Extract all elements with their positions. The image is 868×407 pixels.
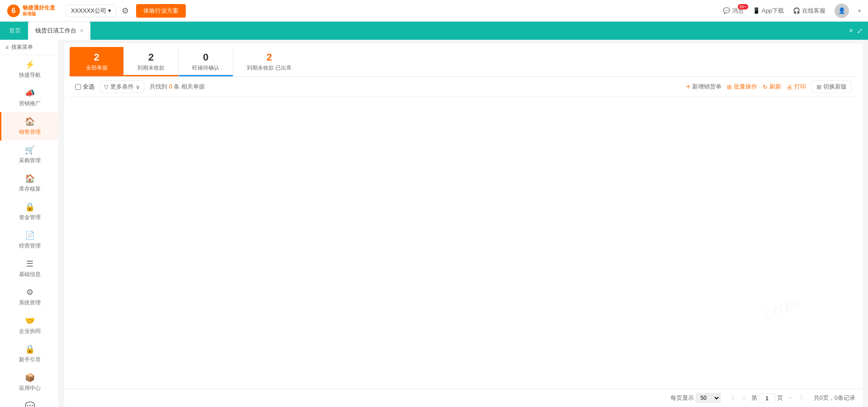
filter-button[interactable]: ▽ 更多条件 ∨ bbox=[100, 80, 144, 93]
stat-label-overdue: 到期未收款 bbox=[137, 64, 165, 72]
sales-icon: 🏠 bbox=[25, 117, 35, 126]
sidebar-label-operations: 经营管理 bbox=[19, 242, 41, 250]
select-all-input[interactable] bbox=[75, 84, 81, 90]
search-menu-icon: ≡ bbox=[5, 44, 9, 51]
system-icon: ⚙ bbox=[26, 287, 33, 297]
tab-active[interactable]: 钱货日清工作台 × bbox=[28, 22, 90, 40]
stat-tab-pending[interactable]: 0 旺辅待确认 bbox=[179, 47, 233, 76]
sidebar-item-basics[interactable]: ☰ 基础信息 bbox=[0, 254, 58, 283]
logo-icon: 6 bbox=[7, 5, 20, 17]
cooperation-icon: 🤝 bbox=[25, 316, 35, 326]
sidebar-item-quick-nav[interactable]: ⚡ 快捷导航 bbox=[0, 55, 58, 84]
user-avatar[interactable]: 👤 bbox=[835, 4, 849, 18]
inventory-icon: 🏠 bbox=[25, 173, 35, 183]
refresh-icon: ↻ bbox=[763, 84, 768, 90]
sidebar-label-finance: 资金管理 bbox=[19, 214, 41, 221]
message-button[interactable]: 💬 消息 99+ bbox=[723, 7, 744, 15]
download-icon: 📱 bbox=[753, 7, 760, 14]
new-plus-icon: + bbox=[686, 83, 690, 91]
print-button[interactable]: 🖨 打印 bbox=[787, 83, 806, 91]
page-size-selector[interactable]: 每页显示 50 20 100 bbox=[670, 393, 721, 403]
sidebar-item-sales[interactable]: 🏠 销售管理 bbox=[0, 112, 58, 140]
filter-label: 更多条件 bbox=[110, 83, 134, 91]
toolbar-left: 全选 ▽ 更多条件 ∨ 共找到 0 条 相关单据 bbox=[75, 80, 681, 93]
user-info[interactable]: ▾ bbox=[858, 8, 861, 14]
online-service-button[interactable]: 🎧 在线客服 bbox=[793, 7, 826, 15]
user-name: ▾ bbox=[858, 8, 861, 14]
print-label: 打印 bbox=[794, 83, 806, 91]
new-btn-label: 新增销货单 bbox=[692, 83, 722, 91]
settings-button[interactable]: ⚙ bbox=[122, 6, 129, 16]
stats-tabs: 2 全部单据 2 到期未收款 0 旺辅待确认 2 到期未收款 已出库 bbox=[70, 47, 857, 77]
sidebar-label-basics: 基础信息 bbox=[19, 271, 41, 278]
sidebar-item-system[interactable]: ⚙ 系统管理 bbox=[0, 283, 58, 311]
sidebar-search[interactable]: ≡ 搜索菜单 bbox=[0, 40, 58, 55]
sidebar-item-guide[interactable]: 🔒 新手引导 bbox=[0, 340, 58, 368]
tab-bar-actions: × ⤢ bbox=[849, 27, 868, 35]
per-page-select[interactable]: 50 20 100 bbox=[696, 393, 721, 403]
layout: ≡ 搜索菜单 ⚡ 快捷导航 📣 营销推广 🏠 销售管理 🛒 采购管理 🏠 库存核… bbox=[0, 40, 868, 407]
per-page-label: 每页显示 bbox=[670, 394, 694, 402]
stat-num-overdue: 2 bbox=[148, 51, 154, 63]
header-right: 💬 消息 99+ 📱 App下载 🎧 在线客服 👤 ▾ bbox=[723, 4, 861, 18]
new-sales-order-button[interactable]: + 新增销货单 bbox=[686, 83, 722, 91]
basics-icon: ☰ bbox=[26, 259, 33, 269]
stat-label-all: 全部单据 bbox=[86, 64, 108, 72]
page-first-button[interactable]: 《 bbox=[726, 393, 737, 403]
company-chevron-icon: ▾ bbox=[108, 7, 111, 14]
sidebar-item-finance[interactable]: 🔒 资金管理 bbox=[0, 197, 58, 226]
logo-line1: 畅捷通好生意 bbox=[23, 5, 55, 11]
sidebar-item-purchase[interactable]: 🛒 采购管理 bbox=[0, 140, 58, 169]
switch-icon: ⊞ bbox=[816, 84, 821, 90]
result-info: 共找到 0 条 相关单据 bbox=[150, 83, 205, 91]
sidebar-item-app-center[interactable]: 📦 应用中心 bbox=[0, 368, 58, 397]
batch-operation-button[interactable]: ⊞ 批量操作 bbox=[727, 83, 757, 91]
tab-close-icon[interactable]: × bbox=[80, 28, 83, 34]
stat-num-shipped: 2 bbox=[267, 51, 272, 63]
window-expand-button[interactable]: ⤢ bbox=[857, 27, 863, 35]
stat-label-shipped: 到期未收款 已出库 bbox=[247, 64, 292, 72]
online-service-label: 在线客服 bbox=[802, 7, 826, 15]
trial-button[interactable]: 体验行业方案 bbox=[136, 4, 186, 18]
sidebar-item-weixin[interactable]: 💬 企业微信 bbox=[0, 397, 58, 407]
sidebar-item-operations[interactable]: 📄 经营管理 bbox=[0, 226, 58, 254]
sidebar-label-marketing: 营销推广 bbox=[19, 100, 41, 108]
refresh-label: 刷新 bbox=[769, 83, 781, 91]
sidebar: ≡ 搜索菜单 ⚡ 快捷导航 📣 营销推广 🏠 销售管理 🛒 采购管理 🏠 库存核… bbox=[0, 40, 59, 407]
main-content: 2 全部单据 2 到期未收款 0 旺辅待确认 2 到期未收款 已出库 bbox=[59, 40, 868, 407]
page-last-button[interactable]: 》 bbox=[797, 393, 808, 403]
app-download-button[interactable]: 📱 App下载 bbox=[753, 7, 784, 15]
sidebar-label-quick-nav: 快捷导航 bbox=[19, 71, 41, 79]
sidebar-label-system: 系统管理 bbox=[19, 299, 41, 307]
app-center-icon: 📦 bbox=[25, 373, 35, 383]
sidebar-item-marketing[interactable]: 📣 营销推广 bbox=[0, 84, 58, 112]
app-download-label: App下载 bbox=[762, 7, 784, 15]
page-number-input[interactable] bbox=[759, 393, 775, 403]
company-selector[interactable]: XXXXXX公司 ▾ bbox=[66, 5, 116, 17]
sidebar-item-inventory[interactable]: 🏠 库存核算 bbox=[0, 169, 58, 197]
table-area bbox=[64, 97, 863, 388]
stats-toolbar-wrapper: 2 全部单据 2 到期未收款 0 旺辅待确认 2 到期未收款 已出库 bbox=[64, 43, 863, 97]
filter-chevron-icon: ∨ bbox=[136, 84, 140, 90]
result-unit: 条 bbox=[174, 83, 179, 90]
page-prev-button[interactable]: ＜ bbox=[739, 393, 750, 403]
stat-tab-shipped[interactable]: 2 到期未收款 已出库 bbox=[233, 47, 305, 76]
switch-version-button[interactable]: ⊞ 切换新版 bbox=[811, 80, 852, 93]
sidebar-label-cooperation: 企业协同 bbox=[19, 327, 41, 335]
logo-text: 畅捷通好生意 标准版 bbox=[23, 5, 55, 16]
stat-tab-all[interactable]: 2 全部单据 bbox=[70, 47, 124, 76]
window-close-button[interactable]: × bbox=[849, 27, 853, 35]
tab-home-label: 首页 bbox=[9, 27, 21, 35]
tab-home[interactable]: 首页 bbox=[2, 22, 28, 40]
stat-tab-overdue[interactable]: 2 到期未收款 bbox=[124, 47, 179, 76]
toolbar: 全选 ▽ 更多条件 ∨ 共找到 0 条 相关单据 bbox=[70, 77, 857, 97]
message-icon: 💬 bbox=[723, 7, 730, 14]
refresh-button[interactable]: ↻ 刷新 bbox=[763, 83, 781, 91]
page-next-button[interactable]: ＞ bbox=[785, 393, 796, 403]
logo-line2: 标准版 bbox=[23, 11, 55, 17]
sidebar-item-cooperation[interactable]: 🤝 企业协同 bbox=[0, 311, 58, 340]
sidebar-label-sales: 销售管理 bbox=[19, 128, 41, 136]
search-menu-label: 搜索菜单 bbox=[11, 43, 33, 51]
select-all-checkbox[interactable]: 全选 bbox=[75, 83, 94, 91]
tab-bar: 首页 钱货日清工作台 × × ⤢ bbox=[0, 22, 868, 40]
